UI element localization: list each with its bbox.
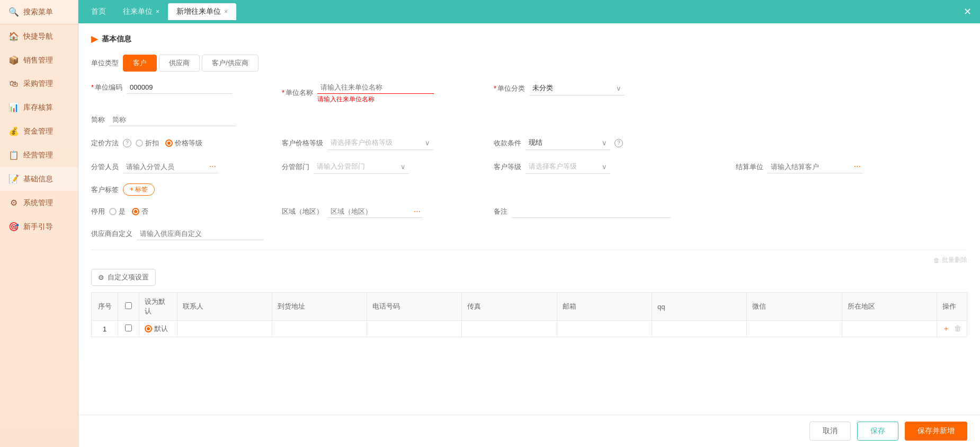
home-icon: 🏠 [8, 31, 19, 41]
unit-type-both[interactable]: 客户/供应商 [202, 55, 259, 72]
sidebar-item-label: 搜索菜单 [23, 7, 53, 17]
payment-terms-select[interactable]: 现结 ∨ [525, 136, 610, 150]
tab-new-contact-close[interactable]: × [224, 8, 228, 15]
select-all-checkbox[interactable] [125, 302, 132, 309]
radio-price-level[interactable]: 价格等级 [165, 138, 202, 148]
radio-discount-label: 折扣 [145, 138, 159, 148]
sidebar-item-ops[interactable]: 📋 经营管理 [0, 143, 78, 167]
sidebar-item-finance[interactable]: 💰 资金管理 [0, 119, 78, 143]
add-tag-button[interactable]: + 标签 [123, 183, 155, 196]
chevron-down-icon3: ∨ [602, 139, 607, 147]
chevron-down-icon5: ∨ [602, 163, 607, 171]
unit-type-supplier[interactable]: 供应商 [159, 55, 200, 72]
sidebar-item-system[interactable]: ⚙ 系统管理 [0, 191, 78, 215]
add-row-icon[interactable]: ＋ [942, 324, 950, 334]
wechat-input[interactable] [752, 325, 836, 333]
settlement-input[interactable] [768, 161, 850, 173]
region-field: 区域（地区） ··· [282, 205, 494, 218]
sidebar-item-search[interactable]: 🔍 搜索菜单 [0, 0, 78, 24]
settlement-field: 结算单位 ··· [736, 161, 967, 173]
sidebar-item-guide[interactable]: 🎯 新手引导 [0, 215, 78, 239]
batch-delete-button[interactable]: 🗑 批量删除 [933, 256, 967, 265]
sidebar-item-quick-nav[interactable]: 🏠 快捷导航 [0, 24, 78, 48]
department-select[interactable]: 请输入分管部门 ∨ [314, 160, 409, 174]
sidebar-item-sales[interactable]: 📦 销售管理 [0, 48, 78, 72]
row-address[interactable] [272, 321, 367, 337]
unit-category-select[interactable]: 未分类 ∨ [529, 81, 625, 95]
unit-name-input[interactable] [317, 81, 434, 94]
save-button[interactable]: 保存 [857, 422, 898, 441]
row-qq[interactable] [652, 321, 747, 337]
manager-input-wrap: ··· [123, 161, 218, 173]
row-contact[interactable] [177, 321, 272, 337]
radio-yes[interactable]: 是 [109, 207, 126, 216]
row-wechat[interactable] [747, 321, 842, 337]
short-name-input[interactable] [109, 113, 236, 126]
customer-level-label: 客户等级 [494, 162, 521, 172]
row-fax[interactable] [462, 321, 557, 337]
row-phone[interactable] [367, 321, 462, 337]
pricing-field: 定价方法 ? 折扣 价格等级 [91, 138, 282, 148]
pricing-row: 定价方法 ? 折扣 价格等级 客户价格等级 请选择客户价格等级 [91, 136, 967, 150]
unit-category-field: *单位分类 未分类 ∨ [494, 81, 967, 95]
phone-input[interactable] [372, 325, 456, 333]
custom-settings-button[interactable]: ⚙ 自定义项设置 [91, 269, 156, 286]
pricing-help-icon[interactable]: ? [123, 139, 131, 147]
supplier-custom-input[interactable] [137, 227, 264, 240]
sidebar-item-label: 快捷导航 [23, 32, 53, 41]
sidebar-item-purchase[interactable]: 🛍 采购管理 [0, 72, 78, 95]
radio-price-level-label: 价格等级 [175, 138, 202, 148]
row-region[interactable] [842, 321, 937, 337]
row-select-checkbox[interactable] [125, 325, 132, 331]
sidebar-item-basic[interactable]: 📝 基础信息 [0, 167, 78, 191]
payment-help-icon[interactable]: ? [614, 139, 623, 147]
window-close-button[interactable]: ✕ [959, 6, 976, 17]
unit-type-customer[interactable]: 客户 [123, 55, 157, 72]
row-email[interactable] [557, 321, 652, 337]
fax-input[interactable] [467, 325, 551, 333]
tab-home[interactable]: 首页 [83, 3, 114, 20]
radio-discount[interactable]: 折扣 [136, 138, 159, 148]
address-input[interactable] [278, 325, 361, 333]
manager-more-btn[interactable]: ··· [207, 162, 218, 171]
tab-contacts-close[interactable]: × [156, 8, 159, 15]
settlement-more-btn[interactable]: ··· [852, 162, 863, 171]
customer-level-select[interactable]: 请选择客户等级 ∨ [525, 160, 610, 174]
remark-field: 备注 [494, 205, 967, 218]
customer-price-level-select[interactable]: 请选择客户价格等级 ∨ [327, 136, 433, 150]
remark-input[interactable] [512, 205, 671, 218]
col-fax: 传真 [462, 293, 557, 321]
trash-icon: 🗑 [933, 257, 940, 264]
supplier-custom-field: 供应商自定义 [91, 227, 967, 240]
qq-input[interactable] [657, 325, 741, 333]
section-title: 基本信息 [102, 34, 131, 44]
customer-tag-label: 客户标签 [91, 185, 119, 195]
batch-delete-area: 🗑 批量删除 [91, 256, 967, 265]
delete-row-icon[interactable]: 🗑 [954, 324, 961, 334]
row-default: 默认 [139, 321, 177, 337]
unit-name-label: *单位名称 [282, 88, 313, 98]
unit-code-input[interactable] [127, 81, 233, 94]
chevron-down-icon2: ∨ [425, 139, 430, 147]
settings-icon: ⚙ [98, 274, 104, 282]
remark-label: 备注 [494, 207, 507, 216]
tab-new-contact[interactable]: 新增往来单位 × [168, 3, 236, 20]
row-default-radio[interactable]: 默认 [145, 324, 172, 334]
save-new-button[interactable]: 保存并新增 [905, 422, 967, 441]
customer-level-placeholder: 请选择客户等级 [529, 162, 577, 171]
content-area: ▶ 基本信息 单位类型 客户 供应商 客户/供应商 *单位编码 *单位名称 [78, 23, 980, 415]
manager-input[interactable] [123, 161, 205, 173]
email-input[interactable] [563, 325, 646, 333]
region-more-btn[interactable]: ··· [412, 207, 423, 216]
customer-level-field: 客户等级 请选择客户等级 ∨ [494, 160, 725, 174]
sidebar-item-label: 库存核算 [23, 103, 53, 112]
radio-no[interactable]: 否 [132, 207, 148, 216]
row-region-input[interactable] [848, 325, 931, 333]
radio-price-level-circle [165, 139, 173, 147]
contact-input[interactable] [183, 325, 266, 333]
tab-contacts[interactable]: 往来单位 × [114, 3, 168, 20]
col-checkbox [118, 293, 139, 321]
region-input[interactable] [327, 205, 409, 217]
cancel-button[interactable]: 取消 [809, 422, 851, 441]
sidebar-item-inventory[interactable]: 📊 库存核算 [0, 95, 78, 119]
